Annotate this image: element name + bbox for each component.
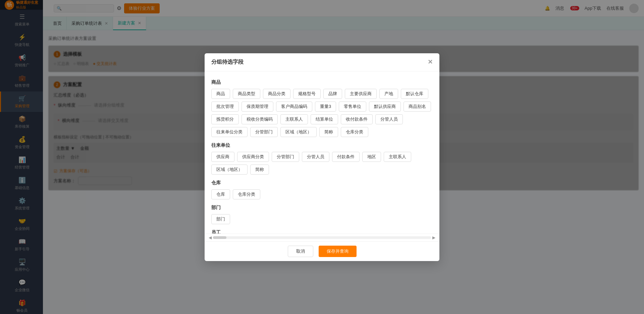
field-tag-0-15[interactable]: 拣货积分 <box>211 114 239 124</box>
modal-body: 商品商品商品类型商品分类规格型号品牌主要供应商产地默认仓库批次管理保质期管理客户… <box>205 71 439 234</box>
hscroll-thumb <box>213 236 226 239</box>
field-tag-0-21[interactable]: 往来单位分类 <box>211 127 248 137</box>
field-tag-0-6[interactable]: 产地 <box>379 89 398 99</box>
field-tag-0-2[interactable]: 商品分类 <box>263 89 290 99</box>
field-tag-0-0[interactable]: 商品 <box>211 89 230 99</box>
field-tag-2-1[interactable]: 仓库分类 <box>233 189 260 199</box>
field-tag-0-1[interactable]: 商品类型 <box>233 89 260 99</box>
modal-title: 分组待选字段 <box>211 59 244 66</box>
field-tag-1-4[interactable]: 付款条件 <box>332 152 360 162</box>
field-tag-0-23[interactable]: 区域（地区） <box>280 127 317 137</box>
section-title-2: 仓库 <box>211 180 433 186</box>
field-tag-0-20[interactable]: 分管人员 <box>375 114 403 124</box>
field-tag-1-2[interactable]: 分管部门 <box>272 152 299 162</box>
field-tag-0-5[interactable]: 主要供应商 <box>345 89 377 99</box>
field-tag-3-0[interactable]: 部门 <box>211 214 230 224</box>
field-tag-0-8[interactable]: 批次管理 <box>211 102 239 112</box>
field-tag-0-19[interactable]: 收付款条件 <box>341 114 373 124</box>
field-tag-1-1[interactable]: 供应商分类 <box>237 152 269 162</box>
field-tag-0-16[interactable]: 税收分类编码 <box>241 114 278 124</box>
field-tag-1-7[interactable]: 区域（地区） <box>211 165 248 175</box>
field-tag-2-0[interactable]: 仓库 <box>211 189 230 199</box>
field-tag-0-24[interactable]: 简称 <box>319 127 338 137</box>
field-tag-1-3[interactable]: 分管人员 <box>302 152 329 162</box>
modal-footer: 取消 保存并查询 <box>205 241 439 261</box>
field-tag-0-3[interactable]: 规格型号 <box>293 89 321 99</box>
section-tags-1: 供应商供应商分类分管部门分管人员付款条件地区主联系人区域（地区）简称 <box>211 152 433 175</box>
section-title-0: 商品 <box>211 79 433 85</box>
modal-hscroll: ◀ ▶ <box>205 234 439 241</box>
field-tag-0-7[interactable]: 默认仓库 <box>401 89 428 99</box>
field-tag-0-17[interactable]: 主联系人 <box>280 114 308 124</box>
field-tag-1-6[interactable]: 主联系人 <box>384 152 411 162</box>
cancel-button[interactable]: 取消 <box>288 246 313 257</box>
section-tags-2: 仓库仓库分类 <box>211 189 433 199</box>
modal-header: 分组待选字段 ✕ <box>205 53 439 71</box>
section-tags-0: 商品商品类型商品分类规格型号品牌主要供应商产地默认仓库批次管理保质期管理客户商品… <box>211 89 433 137</box>
field-tag-0-22[interactable]: 分管部门 <box>250 127 278 137</box>
field-tag-0-9[interactable]: 保质期管理 <box>241 102 273 112</box>
field-select-modal: 分组待选字段 ✕ 商品商品商品类型商品分类规格型号品牌主要供应商产地默认仓库批次… <box>205 53 439 261</box>
field-tag-0-4[interactable]: 品牌 <box>323 89 342 99</box>
hscroll-left-arrow[interactable]: ◀ <box>207 235 213 240</box>
section-title-1: 往来单位 <box>211 142 433 148</box>
hscroll-track <box>213 236 431 239</box>
section-tags-3: 部门 <box>211 214 433 224</box>
modal-overlay: 分组待选字段 ✕ 商品商品商品类型商品分类规格型号品牌主要供应商产地默认仓库批次… <box>0 0 644 314</box>
section-title-4: 员工 <box>211 230 433 234</box>
field-tag-0-10[interactable]: 客户商品编码 <box>276 102 312 112</box>
section-title-3: 部门 <box>211 205 433 211</box>
field-tag-0-18[interactable]: 结算单位 <box>311 114 338 124</box>
field-tag-0-13[interactable]: 默认供应商 <box>369 102 401 112</box>
field-tag-0-12[interactable]: 零售单位 <box>339 102 366 112</box>
field-tag-1-0[interactable]: 供应商 <box>211 152 234 162</box>
modal-close-btn[interactable]: ✕ <box>428 59 433 65</box>
confirm-button[interactable]: 保存并查询 <box>319 246 357 257</box>
field-tag-1-5[interactable]: 地区 <box>362 152 381 162</box>
field-tag-0-14[interactable]: 商品别名 <box>404 102 431 112</box>
field-tag-1-8[interactable]: 简称 <box>250 165 269 175</box>
hscroll-right-arrow[interactable]: ▶ <box>431 235 437 240</box>
field-tag-0-25[interactable]: 仓库分类 <box>341 127 368 137</box>
field-tag-0-11[interactable]: 重量3 <box>315 102 336 112</box>
